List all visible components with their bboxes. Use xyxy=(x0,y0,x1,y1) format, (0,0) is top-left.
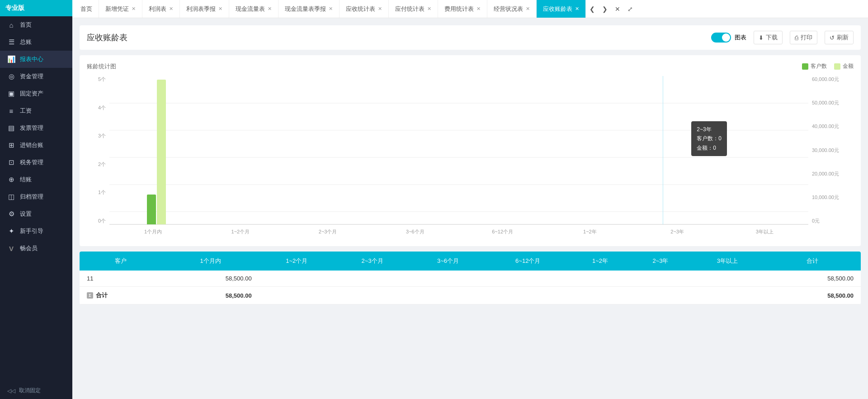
bar-group-3 xyxy=(376,76,462,224)
total-month12 xyxy=(259,287,335,304)
tab-close-all-btn[interactable]: ✕ xyxy=(611,0,624,18)
guide-icon: ✦ xyxy=(7,227,15,235)
data-table: 客户 1个月内 1~2个月 2~3个月 3~6个月 6~12个月 1~2年 2~… xyxy=(80,252,861,304)
tab-expense[interactable]: 费用统计表 ✕ xyxy=(438,0,487,18)
tab-bar: 首页 新增凭证 ✕ 利润表 ✕ 利润表季报 ✕ 现金流量表 ✕ 现金流量表季报 … xyxy=(72,0,868,18)
tab-home[interactable]: 首页 xyxy=(74,0,99,18)
tab-profit-q-label: 利润表季报 xyxy=(186,5,216,13)
total-label-cell: Σ 合计 xyxy=(80,287,162,304)
col-header-month36: 3~6个月 xyxy=(410,252,486,271)
tab-next-btn[interactable]: ❯ xyxy=(599,0,611,18)
tab-prev-btn[interactable]: ❮ xyxy=(586,0,599,18)
download-button[interactable]: ⬇ 下载 xyxy=(754,31,783,44)
tab-profit-q[interactable]: 利润表季报 ✕ xyxy=(180,0,229,18)
bar-amount-0 xyxy=(157,80,166,224)
sidebar-label-home: 首页 xyxy=(20,21,32,29)
total-month612 xyxy=(486,287,570,304)
total-total: 58,500.00 xyxy=(764,287,861,304)
legend-customer-dot xyxy=(802,63,808,70)
assets-icon: ▣ xyxy=(7,90,15,98)
col-header-total: 合计 xyxy=(764,252,861,271)
sidebar-item-invoice[interactable]: ▤ 发票管理 xyxy=(0,119,72,137)
salary-icon: ≡ xyxy=(7,107,15,115)
sidebar-label-guide: 新手引导 xyxy=(20,227,43,235)
print-button[interactable]: ⎙ 打印 xyxy=(790,31,817,44)
tab-voucher-close[interactable]: ✕ xyxy=(132,6,136,12)
tab-profit[interactable]: 利润表 ✕ xyxy=(142,0,180,18)
tab-ap-stat[interactable]: 应付统计表 ✕ xyxy=(389,0,438,18)
sidebar: 专业版 ⌂ 首页 ☰ 总账 📊 报表中心 ◎ 资金管理 ▣ 固定资产 ≡ 工资 … xyxy=(0,0,72,399)
page-title: 应收账龄表 xyxy=(87,32,127,43)
pin-icon: ◁◁ xyxy=(7,388,15,394)
sidebar-label-tax: 税务管理 xyxy=(20,158,43,166)
col-header-month23: 2~3个月 xyxy=(335,252,410,271)
pin-toggle[interactable]: ◁◁ 取消固定 xyxy=(0,382,72,399)
table-total-row: Σ 合计 58,500.00 58,500.00 xyxy=(80,287,861,304)
tab-ar-age-close[interactable]: ✕ xyxy=(575,6,579,12)
sidebar-item-settings[interactable]: ⚙ 设置 xyxy=(0,205,72,223)
sidebar-label-salary: 工资 xyxy=(20,107,32,115)
bar-group-7 xyxy=(722,76,808,224)
sidebar-item-guide[interactable]: ✦ 新手引导 xyxy=(0,223,72,240)
tab-expense-close[interactable]: ✕ xyxy=(476,6,481,12)
member-icon: V xyxy=(7,245,15,252)
chart-area: 账龄统计图 客户数 金额 0个 1个 2个 3个 4个 xyxy=(80,55,861,246)
y-axis-left: 0个 1个 2个 3个 4个 5个 xyxy=(87,76,109,239)
cell-year3plus xyxy=(691,271,764,287)
settings-icon: ⚙ xyxy=(7,210,15,218)
col-header-year12: 1~2年 xyxy=(570,252,630,271)
y-axis-right: 0元 10,000.00元 20,000.00元 30,000.00元 40,0… xyxy=(808,76,854,239)
tab-cashflow-q-close[interactable]: ✕ xyxy=(329,6,333,12)
tab-profit-close[interactable]: ✕ xyxy=(169,6,173,12)
tab-maximize-btn[interactable]: ⤢ xyxy=(624,0,637,18)
tab-ap-stat-close[interactable]: ✕ xyxy=(427,6,431,12)
tab-biz-stat-close[interactable]: ✕ xyxy=(526,6,530,12)
cell-year23 xyxy=(630,271,690,287)
tab-ar-age-label: 应收账龄表 xyxy=(543,5,572,13)
legend-amount-dot xyxy=(834,63,840,70)
sidebar-label-archive: 归档管理 xyxy=(20,193,43,201)
sidebar-item-tax[interactable]: ⊡ 税务管理 xyxy=(0,154,72,171)
cell-customer: 11 xyxy=(80,271,162,287)
sidebar-item-archive[interactable]: ◫ 归档管理 xyxy=(0,188,72,205)
tab-cashflow-q[interactable]: 现金流量表季报 ✕ xyxy=(278,0,340,18)
content-area: 应收账龄表 图表 ⬇ 下载 ⎙ 打印 ↺ 刷新 xyxy=(72,18,868,399)
tab-ar-age[interactable]: 应收账龄表 ✕ xyxy=(537,0,586,18)
tab-biz-stat[interactable]: 经营状况表 ✕ xyxy=(487,0,537,18)
tab-ar-stat-close[interactable]: ✕ xyxy=(378,6,382,12)
table-row: 11 58,500.00 58,500.00 xyxy=(80,271,861,287)
sidebar-item-home[interactable]: ⌂ 首页 xyxy=(0,16,72,33)
refresh-label: 刷新 xyxy=(837,33,849,42)
total-year23 xyxy=(630,287,690,304)
tab-profit-label: 利润表 xyxy=(149,5,166,13)
bar-customer-0 xyxy=(147,195,156,224)
sidebar-label-member: 畅会员 xyxy=(20,244,38,252)
total-year3plus xyxy=(691,287,764,304)
sidebar-item-salary[interactable]: ≡ 工资 xyxy=(0,102,72,119)
refresh-button[interactable]: ↺ 刷新 xyxy=(825,31,854,44)
sidebar-item-ledger[interactable]: ☰ 总账 xyxy=(0,33,72,51)
sidebar-item-closing[interactable]: ⊕ 结账 xyxy=(0,171,72,188)
sidebar-item-stock[interactable]: ⊞ 进销台账 xyxy=(0,137,72,154)
tab-cashflow-close[interactable]: ✕ xyxy=(268,6,272,12)
tab-voucher[interactable]: 新增凭证 ✕ xyxy=(99,0,142,18)
archive-icon: ◫ xyxy=(7,193,15,201)
download-icon: ⬇ xyxy=(759,34,764,41)
bar-group-2 xyxy=(290,76,376,224)
tax-icon: ⊡ xyxy=(7,158,15,166)
sidebar-item-assets[interactable]: ▣ 固定资产 xyxy=(0,85,72,102)
total-icon: Σ xyxy=(87,292,93,299)
sidebar-item-reports[interactable]: 📊 报表中心 xyxy=(0,51,72,68)
bar-group-5 xyxy=(549,76,635,224)
tab-profit-q-close[interactable]: ✕ xyxy=(218,6,222,12)
total-label-text: 合计 xyxy=(96,291,108,299)
tab-ar-stat[interactable]: 应收统计表 ✕ xyxy=(340,0,389,18)
tab-cashflow[interactable]: 现金流量表 ✕ xyxy=(229,0,278,18)
col-header-year23: 2~3年 xyxy=(630,252,690,271)
header-actions: 图表 ⬇ 下载 ⎙ 打印 ↺ 刷新 xyxy=(711,31,854,44)
closing-icon: ⊕ xyxy=(7,176,15,184)
chart-toggle[interactable] xyxy=(711,33,731,43)
sidebar-item-member[interactable]: V 畅会员 xyxy=(0,240,72,257)
sidebar-item-funds[interactable]: ◎ 资金管理 xyxy=(0,68,72,85)
col-header-year3plus: 3年以上 xyxy=(691,252,764,271)
